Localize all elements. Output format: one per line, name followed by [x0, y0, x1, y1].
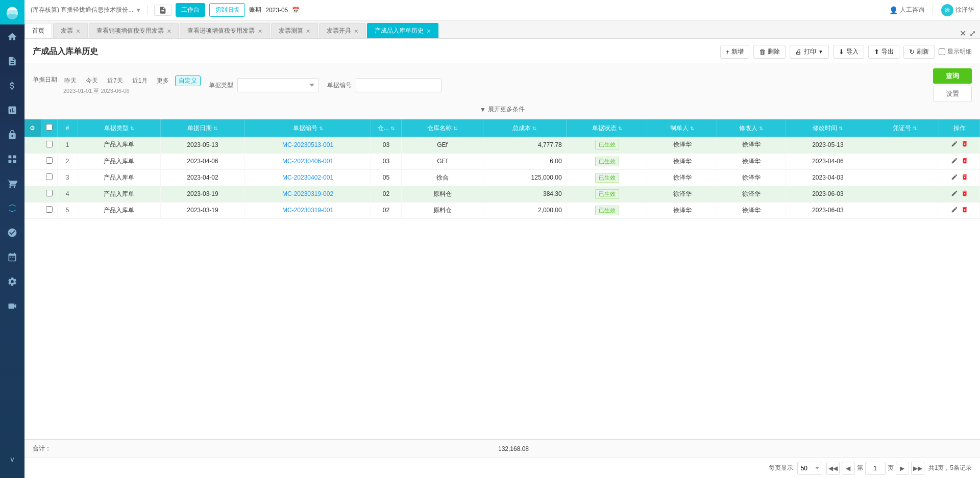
app-logo[interactable] [0, 0, 24, 24]
query-button[interactable]: 查询 [933, 68, 972, 84]
row-number-link-3[interactable]: MC-20230402-001 [245, 169, 371, 186]
date-today[interactable]: 今天 [83, 76, 101, 86]
refresh-button[interactable]: ↻ 刷新 [903, 45, 935, 59]
sidebar-item-reports[interactable] [0, 245, 24, 269]
tab-check-sales-vat[interactable]: 查看销项增值税专用发票 × [89, 23, 179, 38]
type-select[interactable] [237, 78, 319, 92]
expand-conditions-button[interactable]: ▼ 展开更多条件 [480, 105, 525, 114]
date-1month[interactable]: 近1月 [129, 76, 151, 86]
sidebar-item-inventory[interactable] [0, 196, 24, 220]
delete-button[interactable]: 🗑 删除 [753, 45, 786, 59]
th-wh-name[interactable]: 仓库名称⇅ [401, 119, 483, 137]
edit-btn-3[interactable] [951, 173, 958, 182]
delete-btn-4[interactable] [961, 190, 968, 198]
sidebar-item-lock[interactable] [0, 122, 24, 147]
show-detail-checkbox[interactable] [939, 48, 945, 55]
date-more[interactable]: 更多 [154, 76, 172, 86]
row-checkbox-1[interactable] [41, 137, 57, 153]
th-voucher[interactable]: 凭证号⇅ [870, 119, 939, 137]
th-type[interactable]: 单据类型⇅ [78, 119, 160, 137]
new-button[interactable]: + 新增 [720, 45, 750, 59]
tab-check-input-vat-close[interactable]: × [258, 27, 262, 35]
sidebar-item-shopping[interactable] [0, 171, 24, 196]
tab-check-input-vat[interactable]: 查看进项增值税专用发票 × [180, 23, 270, 38]
th-checkbox[interactable] [41, 119, 57, 137]
delete-btn-5[interactable] [961, 206, 968, 215]
last-page-button[interactable]: ▶▶ [911, 462, 924, 475]
edit-btn-1[interactable] [951, 140, 958, 149]
sidebar-item-docs[interactable] [0, 49, 24, 73]
checkbox-5[interactable] [46, 206, 53, 213]
sidebar-item-grid[interactable] [0, 147, 24, 171]
edit-btn-2[interactable] [951, 157, 958, 166]
th-number[interactable]: 单据编号⇅ [245, 119, 371, 137]
sidebar-item-finance[interactable] [0, 73, 24, 98]
th-modifier[interactable]: 修改人⇅ [717, 119, 786, 137]
row-number-link-5[interactable]: MC-20230319-001 [245, 202, 371, 218]
workbench-button[interactable]: 工作台 [176, 3, 205, 17]
tab-invoice-calc-close[interactable]: × [306, 27, 310, 35]
tab-product-history[interactable]: 产成品入库单历史 × [367, 23, 438, 38]
delete-btn-2[interactable] [961, 157, 968, 166]
edit-btn-4[interactable] [951, 190, 958, 198]
delete-btn-1[interactable] [961, 140, 968, 149]
row-checkbox-2[interactable] [41, 153, 57, 169]
number-input[interactable] [356, 78, 442, 92]
print-button[interactable]: 🖨 打印 ▼ [790, 45, 829, 59]
checkbox-3[interactable] [46, 173, 53, 180]
first-page-button[interactable]: ◀◀ [826, 462, 840, 475]
support-link[interactable]: 👤 人工咨询 [889, 6, 924, 14]
checkbox-2[interactable] [46, 157, 53, 164]
date-yesterday[interactable]: 昨天 [61, 76, 80, 86]
switch-old-button[interactable]: 切到旧版 [209, 3, 245, 17]
sidebar-item-home[interactable] [0, 24, 24, 49]
sidebar-item-process[interactable] [0, 220, 24, 245]
th-date[interactable]: 单据日期⇅ [160, 119, 244, 137]
calendar-icon[interactable]: 📅 [292, 7, 300, 14]
tab-product-history-close[interactable]: × [427, 27, 431, 35]
row-number-link-1[interactable]: MC-20230513-001 [245, 137, 371, 153]
th-creator[interactable]: 制单人⇅ [648, 119, 717, 137]
tab-check-sales-vat-close[interactable]: × [167, 27, 171, 35]
page-size-select[interactable]: 50 10 20 100 [797, 462, 822, 475]
edit-btn-5[interactable] [951, 206, 958, 215]
select-all-checkbox[interactable] [46, 124, 53, 131]
set-button[interactable]: 设置 [933, 86, 972, 102]
delete-btn-3[interactable] [961, 173, 968, 182]
tab-invoice-close[interactable]: × [76, 27, 80, 35]
checkbox-4[interactable] [46, 190, 53, 196]
company-dropdown-icon[interactable]: ▼ [135, 7, 141, 14]
tab-invoice-calc[interactable]: 发票测算 × [271, 23, 318, 38]
sidebar-item-settings[interactable] [0, 269, 24, 294]
checkbox-1[interactable] [46, 141, 53, 147]
row-checkbox-3[interactable] [41, 169, 57, 186]
row-number-link-2[interactable]: MC-20230406-001 [245, 153, 371, 169]
date-custom[interactable]: 自定义 [175, 76, 201, 86]
date-7days[interactable]: 近7天 [104, 76, 126, 86]
maximize-button[interactable]: ⤢ [969, 29, 976, 38]
close-all-tabs-button[interactable]: ✕ [960, 29, 966, 38]
row-number-link-4[interactable]: MC-20230319-002 [245, 186, 371, 202]
next-page-button[interactable]: ▶ [896, 462, 909, 475]
sidebar-item-version[interactable]: V [0, 447, 24, 472]
row-checkbox-5[interactable] [41, 202, 57, 218]
export-button[interactable]: ⬆ 导出 [868, 45, 899, 59]
th-total-cost[interactable]: 总成本⇅ [483, 119, 566, 137]
row-checkbox-4[interactable] [41, 186, 57, 202]
page-number-input[interactable] [865, 462, 886, 475]
tab-invoice[interactable]: 发票 × [53, 23, 88, 38]
th-wh-code[interactable]: 仓...⇅ [371, 119, 401, 137]
doc-icon-btn[interactable] [154, 5, 172, 16]
prev-page-button[interactable]: ◀ [842, 462, 855, 475]
th-settings[interactable]: ⚙ [24, 119, 41, 137]
tab-invoice-open-close[interactable]: × [354, 27, 358, 35]
sidebar-item-analytics[interactable] [0, 98, 24, 122]
tab-invoice-open[interactable]: 发票开具 × [319, 23, 366, 38]
th-modify-time[interactable]: 修改时间⇅ [786, 119, 870, 137]
new-label: 新增 [731, 47, 744, 56]
tab-home[interactable]: 首页 [24, 23, 52, 38]
import-button[interactable]: ⬇ 导入 [833, 45, 864, 59]
sidebar-item-video[interactable] [0, 294, 24, 318]
th-status[interactable]: 单据状态⇅ [566, 119, 648, 137]
user-menu[interactable]: 徐 徐泽华 [941, 4, 974, 16]
